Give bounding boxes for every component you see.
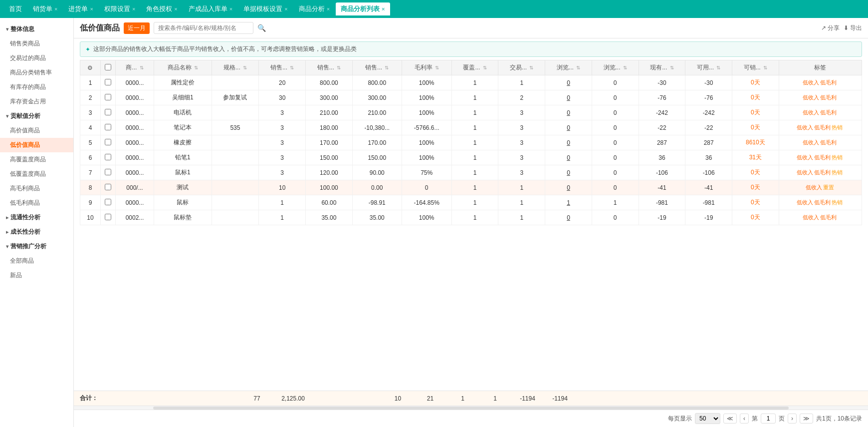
sidebar-group-contribution[interactable]: ▾ 贡献值分析 <box>0 109 73 123</box>
cell-browse1[interactable]: 0 <box>545 90 592 105</box>
last-page-button[interactable]: ≫ <box>800 414 813 424</box>
nav-sales[interactable]: 销货单 × <box>28 2 62 15</box>
col-settings[interactable]: ⚙ <box>80 60 101 75</box>
cell-checkbox[interactable] <box>100 165 115 180</box>
row-checkbox[interactable] <box>105 184 111 190</box>
nav-close-analysis[interactable]: × <box>327 6 330 12</box>
search-input[interactable] <box>154 22 253 34</box>
col-margin[interactable]: 毛利率 ⇅ <box>402 60 451 75</box>
cell-browse1[interactable]: 1 <box>545 195 592 210</box>
col-trade[interactable]: 交易... ⇅ <box>498 60 545 75</box>
cell-checkbox[interactable] <box>100 75 115 90</box>
nav-close-product-in[interactable]: × <box>229 6 232 12</box>
cell-checkbox[interactable] <box>100 180 115 195</box>
col-spec[interactable]: 规格... ⇅ <box>212 60 259 75</box>
cell-browse1[interactable]: 0 <box>545 165 592 180</box>
col-stock1[interactable]: 现有... ⇅ <box>639 60 685 75</box>
nav-analysis[interactable]: 商品分析 × <box>294 2 335 15</box>
first-page-button[interactable]: ≪ <box>723 414 737 424</box>
row-checkbox[interactable] <box>105 94 111 100</box>
browse-link[interactable]: 0 <box>567 169 570 176</box>
per-page-select[interactable]: 50 100 200 <box>695 413 720 424</box>
cell-browse1[interactable]: 0 <box>545 105 592 120</box>
browse-link[interactable]: 0 <box>567 79 570 86</box>
sidebar-item-traded-goods[interactable]: 交易过的商品 <box>0 51 73 65</box>
col-days[interactable]: 可销... ⇅ <box>732 60 779 75</box>
browse-link[interactable]: 1 <box>567 199 570 206</box>
browse-link[interactable]: 0 <box>567 154 570 161</box>
row-checkbox[interactable] <box>105 109 111 115</box>
share-button[interactable]: ↗ 分享 <box>821 24 840 32</box>
row-checkbox[interactable] <box>105 79 111 85</box>
cell-checkbox[interactable] <box>100 195 115 210</box>
sidebar-item-low-coverage[interactable]: 低覆盖度商品 <box>0 167 73 181</box>
nav-template[interactable]: 单据模板设置 × <box>238 2 292 15</box>
sidebar-item-high-coverage[interactable]: 高覆盖度商品 <box>0 152 73 167</box>
nav-close-sales[interactable]: × <box>54 6 57 12</box>
nav-role[interactable]: 角色授权 × <box>141 2 182 15</box>
sidebar-item-stocked-goods[interactable]: 有库存的商品 <box>0 80 73 94</box>
col-qty[interactable]: 销售... ⇅ <box>259 60 306 75</box>
nav-close-role[interactable]: × <box>174 6 177 12</box>
col-browse1[interactable]: 浏览... ⇅ <box>545 60 592 75</box>
cell-checkbox[interactable] <box>100 210 115 225</box>
sidebar-item-new-goods[interactable]: 新品 <box>0 268 73 283</box>
col-stock2[interactable]: 可用... ⇅ <box>685 60 732 75</box>
cell-checkbox[interactable] <box>100 135 115 150</box>
next-page-button[interactable]: › <box>788 414 797 424</box>
nav-close-template[interactable]: × <box>284 6 287 12</box>
prev-page-button[interactable]: ‹ <box>740 414 749 424</box>
col-sale2[interactable]: 销售... ⇅ <box>352 60 402 75</box>
row-checkbox[interactable] <box>105 139 111 145</box>
col-cover[interactable]: 覆盖... ⇅ <box>451 60 498 75</box>
row-checkbox[interactable] <box>105 154 111 160</box>
row-checkbox[interactable] <box>105 214 111 220</box>
sidebar-item-sales-goods[interactable]: 销售类商品 <box>0 36 73 51</box>
cell-browse1[interactable]: 0 <box>545 180 592 195</box>
nav-home[interactable]: 首页 <box>4 2 27 15</box>
cell-browse1[interactable]: 0 <box>545 135 592 150</box>
browse-link[interactable]: 0 <box>567 94 570 101</box>
cell-browse1[interactable]: 0 <box>545 210 592 225</box>
sidebar-item-high-margin[interactable]: 高毛利商品 <box>0 181 73 196</box>
browse-link[interactable]: 0 <box>567 109 570 116</box>
sidebar-group-growth[interactable]: ▸ 成长性分析 <box>0 225 73 239</box>
nav-product-in[interactable]: 产成品入库单 × <box>184 2 237 15</box>
col-code[interactable]: 商... ⇅ <box>115 60 154 75</box>
nav-permission[interactable]: 权限设置 × <box>99 2 140 15</box>
page-number-input[interactable] <box>761 414 776 424</box>
cell-checkbox[interactable] <box>100 150 115 165</box>
col-sale1[interactable]: 销售... ⇅ <box>306 60 353 75</box>
sidebar-group-flow[interactable]: ▸ 流通性分析 <box>0 210 73 225</box>
nav-analysis-list[interactable]: 商品分析列表 × <box>336 2 390 15</box>
export-button[interactable]: ⬇ 导出 <box>844 24 862 32</box>
sidebar-group-overall[interactable]: ▾ 整体信息 <box>0 22 73 36</box>
filter-button[interactable]: 近一月 <box>124 22 150 34</box>
row-checkbox[interactable] <box>105 124 111 130</box>
nav-purchase[interactable]: 进货单 × <box>63 2 98 15</box>
sidebar-item-low-value[interactable]: 低价值商品 <box>0 138 73 152</box>
sidebar-item-stock-capital[interactable]: 库存资金占用 <box>0 94 73 109</box>
cell-browse1[interactable]: 0 <box>545 120 592 135</box>
cell-checkbox[interactable] <box>100 105 115 120</box>
row-checkbox[interactable] <box>105 169 111 175</box>
nav-close-permission[interactable]: × <box>132 6 135 12</box>
col-browse2[interactable]: 浏览... ⇅ <box>592 60 639 75</box>
col-name[interactable]: 商品名称 ⇅ <box>154 60 212 75</box>
sidebar-item-all-goods[interactable]: 全部商品 <box>0 254 73 268</box>
browse-link[interactable]: 0 <box>567 184 570 191</box>
nav-close-purchase[interactable]: × <box>90 6 93 12</box>
cell-checkbox[interactable] <box>100 120 115 135</box>
cell-browse1[interactable]: 0 <box>545 150 592 165</box>
nav-close-analysis-list[interactable]: × <box>382 6 385 12</box>
cell-browse1[interactable]: 0 <box>545 75 592 90</box>
select-all-checkbox[interactable] <box>105 64 111 70</box>
browse-link[interactable]: 0 <box>567 214 570 221</box>
sidebar-item-category-rate[interactable]: 商品分类销售率 <box>0 65 73 80</box>
row-checkbox[interactable] <box>105 199 111 205</box>
sidebar-item-high-value[interactable]: 高价值商品 <box>0 123 73 138</box>
col-checkbox[interactable] <box>100 60 115 75</box>
sidebar-item-low-margin[interactable]: 低毛利商品 <box>0 196 73 210</box>
browse-link[interactable]: 0 <box>567 124 570 131</box>
sidebar-group-marketing[interactable]: ▾ 营销推广分析 <box>0 239 73 254</box>
